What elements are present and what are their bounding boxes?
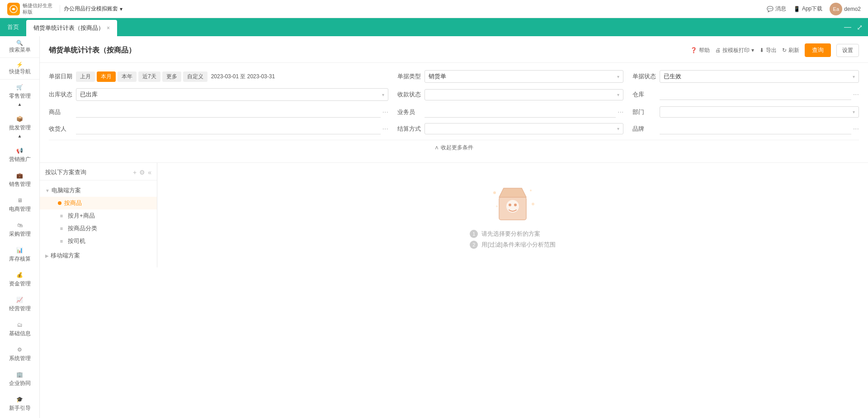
print-btn[interactable]: 🖨 按模板打印 ▾ (715, 47, 754, 54)
tab-close-icon[interactable]: × (107, 25, 110, 31)
collapse-bar[interactable]: ∧ 收起更多条件 (49, 140, 859, 155)
receiver-label: 收货人 (49, 125, 76, 133)
sidebar-item-guide[interactable]: 🎓 新手引导 (0, 392, 39, 417)
tree-section-desktop-label: 电脑端方案 (52, 186, 81, 195)
page-header-actions: ❓ 帮助 🖨 按模板打印 ▾ ⬇ 导出 ↻ 刷新 (690, 43, 859, 57)
tree-item-by-month-product[interactable]: ≡ 按月+商品 (40, 209, 157, 222)
marketing-icon: 📢 (16, 147, 23, 154)
filter-row-4: 收货人 ··· 结算方式 ▾ (49, 123, 859, 134)
outstatus-control: 已出库 ▾ (76, 88, 388, 101)
date-this-year-btn[interactable]: 本年 (118, 71, 137, 82)
outstatus-select[interactable]: 已出库 ▾ (76, 88, 388, 101)
settlement-select[interactable]: ▾ (425, 123, 624, 134)
refresh-btn[interactable]: ↻ 刷新 (782, 47, 799, 54)
top-bar-left: 畅捷信好生意 标版 办公用品行业模拟账套 ▾ (7, 3, 126, 15)
page-header: 销货单统计计表（按商品） ❓ 帮助 🖨 按模板打印 ▾ ⬇ 导出 (40, 36, 868, 63)
sidebar-item-operations[interactable]: 📈 经营管理 (0, 292, 39, 317)
sidebar-item-search[interactable]: 🔍 搜索菜单 (0, 36, 39, 58)
tree-item-by-driver[interactable]: ≡ 按司机 (40, 235, 157, 247)
help-icon: ❓ (690, 47, 697, 53)
empty-hint-2: 2 用[过滤]条件来缩小分析范围 (470, 241, 555, 249)
outstatus-label: 出库状态 (49, 90, 76, 99)
product-control: ··· (76, 107, 388, 118)
collapse-scheme-icon[interactable]: « (148, 169, 151, 176)
filter-settlement-item: 结算方式 ▾ (397, 123, 624, 134)
date-custom-btn[interactable]: 自定义 (183, 71, 208, 82)
settings-scheme-icon[interactable]: ⚙ (139, 169, 145, 176)
receiver-input[interactable] (76, 124, 381, 134)
date-filter: 上月 本月 本年 近7天 更多 自定义 2023-03-01 至 2023-03… (76, 71, 275, 82)
tree-item-by-category[interactable]: ≡ 按商品分类 (40, 222, 157, 235)
page-content: 销货单统计计表（按商品） ❓ 帮助 🖨 按模板打印 ▾ ⬇ 导出 (40, 36, 868, 418)
help-btn[interactable]: ❓ 帮助 (690, 47, 710, 54)
docstatus-select[interactable]: 已生效 ▾ (660, 70, 859, 83)
product-dots-icon[interactable]: ··· (382, 108, 388, 116)
enterprise-icon: 🏢 (16, 371, 23, 378)
date-prev-month-btn[interactable]: 上月 (76, 71, 95, 82)
sidebar-item-base[interactable]: 🗂 基础信息 (0, 317, 39, 342)
filter-salesperson-item: 业务员 ··· (397, 107, 624, 118)
active-dot-icon (58, 201, 61, 205)
message-btn[interactable]: 💬 消息 (767, 5, 786, 13)
add-scheme-icon[interactable]: + (133, 169, 137, 176)
settings-button[interactable]: 设置 (836, 44, 859, 57)
brand-input[interactable] (660, 124, 851, 134)
tree-item-by-product[interactable]: 按商品 (40, 197, 157, 209)
tree-item-by-driver-label: 按司机 (68, 237, 85, 245)
system-icon: ⚙ (17, 347, 22, 353)
department-label: 部门 (632, 108, 660, 116)
sidebar-item-sales[interactable]: 💼 销售管理 (0, 168, 39, 193)
salesperson-input[interactable] (425, 107, 616, 118)
filter-section: 单据日期 上月 本月 本年 近7天 更多 自定义 2023-03-01 至 20… (40, 63, 868, 163)
tab-home[interactable]: 首页 (0, 18, 26, 36)
app-download-btn[interactable]: 📱 App下载 (793, 5, 822, 13)
sidebar-item-retail[interactable]: 🛒 零售管理 ▲ (0, 80, 39, 111)
sidebar-item-ecommerce[interactable]: 🖥 电商管理 (0, 193, 39, 218)
collectstatus-select[interactable]: ▾ (425, 89, 624, 100)
sidebar-item-marketing[interactable]: 📢 营销推广 (0, 143, 39, 168)
filter-row-2: 出库状态 已出库 ▾ 收款状态 (49, 88, 859, 101)
sidebar-item-enterprise[interactable]: 🏢 企业协同 (0, 367, 39, 392)
filter-row-1: 单据日期 上月 本月 本年 近7天 更多 自定义 2023-03-01 至 20… (49, 70, 859, 83)
product-input[interactable] (76, 107, 381, 118)
sidebar-item-purchase[interactable]: 🛍 采购管理 (0, 218, 39, 242)
page-title: 销货单统计计表（按商品） (49, 46, 136, 55)
sidebar-item-inventory[interactable]: 📊 库存核算 (0, 242, 39, 267)
workspace-selector[interactable]: 办公用品行业模拟账套 ▾ (60, 5, 126, 13)
sidebar-label-quicknav: 快捷导航 (0, 68, 39, 76)
tree-section-desktop[interactable]: ▼ 电脑端方案 (40, 184, 157, 197)
warehouse-dots-icon[interactable]: ··· (853, 90, 859, 99)
department-control: ▾ (660, 106, 859, 118)
user-menu[interactable]: Ea demo2 (830, 3, 861, 15)
purchase-icon: 🛍 (17, 222, 23, 228)
left-panel-title: 按以下方案查询 (45, 168, 86, 176)
tree-section-mobile[interactable]: ▶ 移动端方案 (40, 249, 157, 262)
date-7days-btn[interactable]: 近7天 (138, 71, 160, 82)
export-btn[interactable]: ⬇ 导出 (760, 47, 777, 54)
sidebar-item-system[interactable]: ⚙ 系统管理 (0, 342, 39, 367)
brand-dots-icon[interactable]: ··· (853, 125, 859, 133)
sidebar: 🔍 搜索菜单 ⚡ 快捷导航 🛒 零售管理 ▲ 📦 批发管理 ▲ 📢 营销推广 💼… (0, 36, 40, 418)
doctype-select[interactable]: 销货单 ▾ (425, 70, 624, 83)
tab-active[interactable]: 销货单统计计表（按商品） × (26, 20, 117, 36)
left-panel-header: 按以下方案查询 + ⚙ « (40, 168, 157, 180)
filter-date-item: 单据日期 上月 本月 本年 近7天 更多 自定义 2023-03-01 至 20… (49, 71, 388, 82)
warehouse-input[interactable] (660, 89, 851, 100)
sidebar-item-finance[interactable]: 💰 资金管理 (0, 267, 39, 292)
receiver-dots-icon[interactable]: ··· (382, 125, 388, 133)
date-this-month-btn[interactable]: 本月 (97, 71, 116, 82)
salesperson-dots-icon[interactable]: ··· (618, 108, 623, 116)
retail-icon: 🛒 (16, 84, 23, 90)
query-button[interactable]: 查询 (805, 43, 831, 57)
tab-bar-actions: — ⤢ (842, 21, 868, 33)
department-select[interactable]: ▾ (660, 106, 859, 118)
refresh-icon: ↻ (782, 47, 787, 53)
filter-docstatus-item: 单据状态 已生效 ▾ (632, 70, 859, 83)
ecommerce-icon: 🖥 (17, 197, 23, 204)
sidebar-item-wholesale[interactable]: 📦 批发管理 ▲ (0, 111, 39, 143)
empty-state: 1 请先选择要分析的方案 2 用[过滤]条件来缩小分析范围 (470, 179, 555, 252)
date-more-btn[interactable]: 更多 (162, 71, 181, 82)
sidebar-item-quicknav[interactable]: ⚡ 快捷导航 (0, 58, 39, 80)
tab-minimize-icon[interactable]: — (842, 21, 853, 33)
tab-expand-icon[interactable]: ⤢ (855, 21, 864, 33)
